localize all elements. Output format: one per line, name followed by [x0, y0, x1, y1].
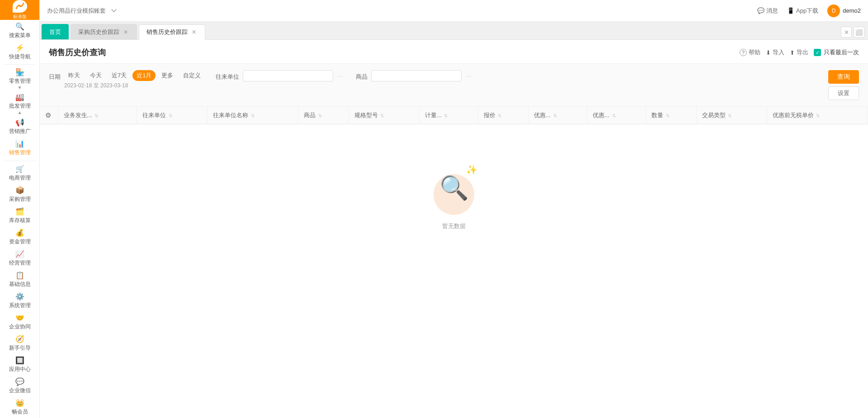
- filter-settings-button[interactable]: 设置: [828, 86, 859, 100]
- header-dropdown[interactable]: [109, 9, 117, 13]
- top-header: 办公用品行业模拟账套 💬 消息 📱 App下载 D demo2: [40, 0, 868, 22]
- help-icon: ?: [740, 49, 747, 56]
- date-btn-today[interactable]: 今天: [86, 70, 106, 81]
- date-btn-more[interactable]: 更多: [157, 70, 177, 81]
- sidebar-item-marketing[interactable]: 📢 营销推广: [0, 116, 39, 138]
- help-button[interactable]: ? 帮助: [740, 48, 760, 57]
- th-trade-type[interactable]: 交易类型 ⇅: [696, 107, 767, 124]
- tab-home[interactable]: 首页: [42, 24, 69, 39]
- chevron-up-icon: ▲: [18, 110, 22, 115]
- tab-sales-history[interactable]: 销售历史价跟踪 ✕: [139, 24, 205, 40]
- tab-close-all-button[interactable]: ✕: [841, 27, 852, 38]
- sidebar-item-inventory[interactable]: 🗂️ 库存核算: [0, 205, 39, 226]
- only-last-checkbox-group[interactable]: 只看最后一次: [814, 48, 859, 57]
- sidebar-item-label: 采购管理: [9, 195, 31, 203]
- tab-purchase-history-close[interactable]: ✕: [122, 28, 129, 36]
- member-icon: 👑: [15, 399, 24, 407]
- query-button[interactable]: 查询: [828, 70, 859, 84]
- tab-sales-history-label: 销售历史价跟踪: [146, 28, 188, 36]
- data-table: ⚙ 业务发生... ⇅ 往来单位 ⇅ 往来单位名称 ⇅: [40, 107, 868, 124]
- th-partner-code[interactable]: 往来单位 ⇅: [137, 107, 208, 124]
- th-quantity[interactable]: 数量 ⇅: [646, 107, 696, 124]
- product-dots[interactable]: ···: [464, 71, 473, 81]
- th-biz-date[interactable]: 业务发生... ⇅: [58, 107, 137, 124]
- sort-icon-trade-type: ⇅: [728, 113, 731, 118]
- sidebar-item-system[interactable]: ⚙️ 系统管理: [0, 290, 39, 312]
- sidebar-item-apps[interactable]: 🔲 应用中心: [0, 354, 39, 375]
- sort-icon-pre-tax-price: ⇅: [816, 113, 820, 118]
- sidebar-item-ecommerce[interactable]: 🛒 电商管理: [0, 162, 39, 184]
- th-product[interactable]: 商品 ⇅: [298, 107, 349, 124]
- sidebar-item-basic-info[interactable]: 📋 基础信息: [0, 269, 39, 290]
- sort-icon-partner-code: ⇅: [169, 113, 172, 118]
- page-title: 销售历史价查询: [49, 47, 106, 58]
- app-download-action[interactable]: 📱 App下载: [787, 7, 818, 15]
- wechat-icon: 💬: [15, 377, 24, 386]
- date-btn-last7[interactable]: 近7天: [108, 70, 131, 81]
- import-icon: ⬇: [766, 49, 771, 56]
- apps-icon: 🔲: [15, 356, 24, 365]
- page-header: 销售历史价查询 ? 帮助 ⬇ 导入 ⬆ 导出 只看最后一次: [40, 40, 868, 64]
- date-options: 昨天 今天 近7天 近1月 更多 自定义 2023-02-18 至 2023-0…: [64, 70, 205, 90]
- sidebar-item-label: 零售管理: [9, 77, 31, 85]
- sidebar-item-shortcuts[interactable]: ⚡ 快捷导航: [0, 41, 39, 62]
- export-button[interactable]: ⬆ 导出: [790, 48, 808, 57]
- wholesale-icon: 🏭: [15, 93, 24, 101]
- sidebar-item-search[interactable]: 🔍 搜索菜单: [0, 20, 39, 41]
- sidebar: 标准版 🔍 搜索菜单 ⚡ 快捷导航 🏪 零售管理 ▼ 🏭 批发管理 ▲ 📢 营销…: [0, 0, 40, 418]
- sidebar-item-label: 经营管理: [9, 259, 31, 267]
- th-partner-name[interactable]: 往来单位名称 ⇅: [208, 107, 298, 124]
- tab-purchase-history-label: 采购历史价跟踪: [78, 28, 119, 36]
- table-header: ⚙ 业务发生... ⇅ 往来单位 ⇅ 往来单位名称 ⇅: [40, 107, 868, 124]
- product-input-group: ···: [371, 70, 473, 81]
- main-area: 办公用品行业模拟账套 💬 消息 📱 App下载 D demo2 首页: [40, 0, 868, 418]
- app-logo[interactable]: 标准版: [0, 0, 39, 20]
- sidebar-item-retail[interactable]: 🏪 零售管理 ▼: [0, 66, 39, 91]
- empty-image: 🔍 ✨: [427, 161, 481, 215]
- tab-maximize-button[interactable]: ⬜: [854, 27, 864, 38]
- th-discount1[interactable]: 优惠... ⇅: [528, 107, 587, 124]
- app-download-icon: 📱: [787, 7, 794, 14]
- empty-illustration: 🔍: [439, 174, 469, 202]
- only-last-checkbox[interactable]: [814, 49, 821, 56]
- sort-icon-quoted-price: ⇅: [498, 113, 501, 118]
- sidebar-item-finance[interactable]: 💰 资金管理: [0, 227, 39, 248]
- sidebar-item-wechat[interactable]: 💬 企业微信: [0, 375, 39, 397]
- sidebar-item-sales[interactable]: 📊 销售管理: [0, 138, 39, 159]
- tab-purchase-history[interactable]: 采购历史价跟踪 ✕: [71, 24, 137, 39]
- sidebar-item-wholesale[interactable]: 🏭 批发管理 ▲: [0, 91, 39, 116]
- filter-buttons: 查询 设置: [828, 70, 859, 100]
- sort-icon-biz-date: ⇅: [94, 113, 98, 118]
- sidebar-item-enterprise[interactable]: 🤝 企业协同: [0, 312, 39, 333]
- message-icon: 💬: [757, 7, 764, 14]
- sidebar-item-label: 资金管理: [9, 238, 31, 246]
- table-container: ⚙ 业务发生... ⇅ 往来单位 ⇅ 往来单位名称 ⇅: [40, 107, 868, 266]
- sidebar-item-purchase[interactable]: 📦 采购管理: [0, 184, 39, 205]
- table-settings-icon[interactable]: ⚙: [45, 111, 51, 119]
- date-btn-custom[interactable]: 自定义: [179, 70, 205, 81]
- date-quick-btns: 昨天 今天 近7天 近1月 更多 自定义: [64, 70, 205, 81]
- th-unit[interactable]: 计量... ⇅: [419, 107, 478, 124]
- sidebar-divider-2: [4, 161, 36, 161]
- sidebar-item-label: 新手引导: [9, 344, 31, 352]
- product-input[interactable]: [371, 70, 462, 81]
- th-discount2[interactable]: 优惠... ⇅: [587, 107, 646, 124]
- tab-home-label: 首页: [49, 28, 61, 36]
- sidebar-item-operations[interactable]: 📈 经营管理: [0, 248, 39, 269]
- counterparty-dots[interactable]: ···: [336, 71, 345, 81]
- date-btn-last1m[interactable]: 近1月: [132, 70, 156, 81]
- date-btn-yesterday[interactable]: 昨天: [64, 70, 84, 81]
- user-info[interactable]: D demo2: [827, 5, 861, 17]
- tab-sales-history-close[interactable]: ✕: [190, 28, 198, 36]
- sidebar-item-label: 企业协同: [9, 323, 31, 331]
- sidebar-item-member[interactable]: 👑 畅会员: [0, 397, 39, 418]
- import-button[interactable]: ⬇ 导入: [766, 48, 784, 57]
- sort-icon-partner-name: ⇅: [251, 113, 255, 118]
- message-action[interactable]: 💬 消息: [757, 7, 778, 15]
- th-spec[interactable]: 规格型号 ⇅: [349, 107, 419, 124]
- th-pre-tax-price[interactable]: 优惠前无税单价 ⇅: [767, 107, 868, 124]
- th-quoted-price[interactable]: 报价 ⇅: [478, 107, 528, 124]
- counterparty-input[interactable]: [243, 70, 333, 81]
- th-settings[interactable]: ⚙: [40, 107, 58, 124]
- sidebar-item-guide[interactable]: 🧭 新手引导: [0, 333, 39, 354]
